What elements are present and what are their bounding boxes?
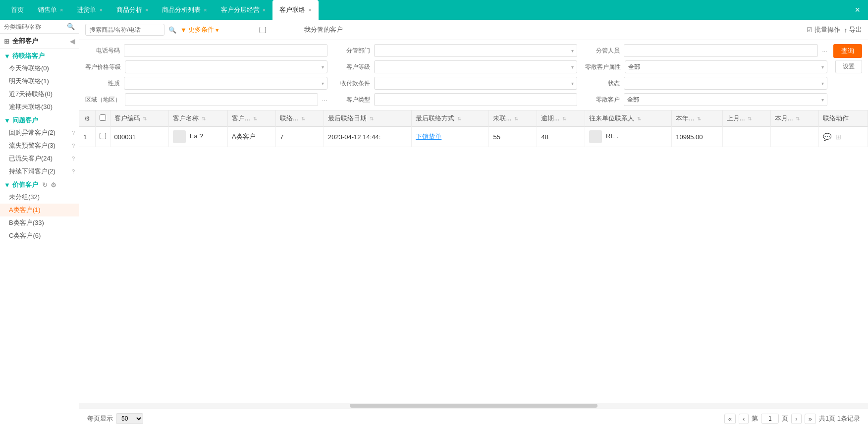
tab-analysis-list-close[interactable]: ×: [204, 7, 207, 13]
th-this-year: 本年... ⇅: [672, 110, 722, 127]
nav-tab-analysis[interactable]: 商品分析 ×: [109, 0, 155, 20]
scrollbar-thumb[interactable]: [350, 404, 597, 408]
tab-customer-mgmt-close[interactable]: ×: [263, 7, 266, 13]
price-grade-select[interactable]: ▾: [125, 60, 327, 73]
settings-button[interactable]: 设置: [835, 60, 862, 73]
sidebar-group-pending[interactable]: ▼ 待联络客户: [0, 49, 79, 62]
page-label: 第: [752, 414, 758, 423]
sidebar-item-a-class[interactable]: A类客户(1): [0, 204, 79, 216]
prev-page-btn[interactable]: ‹: [739, 414, 749, 424]
row-type: A类客户: [232, 133, 256, 140]
select-all-checkbox[interactable]: [100, 114, 106, 121]
sidebar-item-churned[interactable]: 已流失客户(24) ?: [0, 152, 79, 165]
sidebar-item-today[interactable]: 今天待联络(0): [0, 62, 79, 75]
dept-select[interactable]: ▾: [374, 44, 578, 57]
sidebar-all-customers[interactable]: ⊞ 全部客户 ◀: [0, 34, 79, 49]
sidebar-item-churn-warning[interactable]: 流失预警客户(3) ?: [0, 139, 79, 152]
td-contact-person: RE .: [585, 127, 672, 147]
td-last-date: 2023-04-12 14:44:: [324, 127, 412, 147]
sidebar-item-b-class[interactable]: B类客户(33): [0, 216, 79, 229]
sidebar-group-value[interactable]: ▼ 价值客户 ↻ ⚙: [0, 178, 79, 191]
next-page-btn[interactable]: ›: [791, 414, 801, 424]
sidebar-item-7days[interactable]: 近7天待联络(0): [0, 88, 79, 101]
query-button[interactable]: 查询: [833, 44, 862, 58]
tab-analysis-list-label: 商品分析列表: [162, 5, 201, 14]
retail-select[interactable]: 全部 ▾: [624, 93, 827, 106]
tab-purchase-close[interactable]: ×: [99, 7, 102, 13]
tab-analysis-close[interactable]: ×: [145, 7, 148, 13]
nav-tab-customer-contact[interactable]: 客户联络 ×: [272, 0, 318, 20]
nav-tab-customer-mgmt[interactable]: 客户分层经营 ×: [214, 0, 272, 20]
page-size-select[interactable]: 50 100 200: [116, 413, 143, 424]
row-no-contact: 55: [493, 133, 500, 141]
churn-warning-label: 流失预警客户(3): [9, 141, 55, 150]
nature-arrow: ▾: [322, 81, 324, 86]
customer-grade-select[interactable]: ▾: [374, 60, 578, 73]
region-input[interactable]: [125, 93, 318, 106]
phone-input[interactable]: [124, 44, 327, 57]
horizontal-scrollbar[interactable]: [79, 403, 868, 409]
th-this-month-sort: ⇅: [796, 116, 800, 121]
customer-type-input[interactable]: [374, 93, 578, 106]
filter-bar: 🔍 ▼ 更多条件 ▾ 我分管的客户 ☑ 批量操作 ↑ 导出: [79, 20, 868, 40]
sidebar-item-overdue[interactable]: 逾期未联络(30): [0, 101, 79, 113]
action-icons: 💬 ⊞: [823, 133, 864, 141]
nav-home[interactable]: 首页: [4, 0, 31, 20]
tab-sales-close[interactable]: ×: [60, 7, 63, 13]
nav-tab-analysis-list[interactable]: 商品分析列表 ×: [155, 0, 214, 20]
nav-tab-sales[interactable]: 销售单 ×: [31, 0, 70, 20]
batch-btn[interactable]: ☑ 批量操作: [807, 25, 840, 34]
td-name: Ea ?: [169, 127, 228, 147]
status-select[interactable]: ▾: [624, 77, 827, 90]
more-filter-btn[interactable]: ▼ 更多条件 ▾: [180, 25, 219, 34]
my-customers-check[interactable]: [223, 27, 302, 33]
window-close-button[interactable]: ×: [851, 5, 864, 15]
th-last-method-label: 最后联络方式: [416, 114, 454, 122]
price-grade-arrow: ▾: [322, 64, 324, 70]
price-grade-label: 客户价格等级: [85, 63, 121, 71]
region-dots[interactable]: ···: [322, 96, 327, 104]
row-contact-count: 7: [280, 133, 283, 141]
th-last-month-sort: ⇅: [748, 116, 752, 121]
all-customers-label: 全部客户: [12, 37, 38, 46]
payment-label: 收付款条件: [335, 79, 370, 88]
sidebar-item-c-class[interactable]: C类客户(6): [0, 229, 79, 242]
nature-select[interactable]: ▾: [124, 77, 327, 90]
person-input[interactable]: [624, 44, 818, 57]
sidebar-search-input[interactable]: [4, 23, 65, 30]
export-btn[interactable]: ↑ 导出: [844, 25, 863, 34]
retail-attr-select[interactable]: 全部 ▾: [625, 60, 827, 73]
sidebar-item-tomorrow[interactable]: 明天待联络(1): [0, 75, 79, 88]
row-num: 1: [83, 133, 87, 141]
my-customers-checkbox[interactable]: 我分管的客户: [223, 25, 343, 34]
page-number-input[interactable]: [761, 414, 779, 424]
region-label: 区域（地区）: [85, 96, 121, 104]
first-page-btn[interactable]: «: [724, 414, 736, 424]
more-filter-label: 更多条件: [188, 25, 214, 34]
toolbar-right: ☑ 批量操作 ↑ 导出: [807, 25, 863, 34]
search-input[interactable]: [85, 24, 164, 36]
gear-icon[interactable]: ⚙: [84, 115, 90, 122]
th-checkbox: [95, 110, 110, 127]
tab-customer-contact-close[interactable]: ×: [308, 7, 311, 13]
status-arrow: ▾: [821, 81, 824, 86]
grid-action-icon[interactable]: ⊞: [835, 133, 841, 141]
sidebar-group-problem[interactable]: ▼ 问题客户: [0, 113, 79, 126]
nav-tab-purchase[interactable]: 进货单 ×: [70, 0, 109, 20]
payment-select[interactable]: ▾: [374, 77, 578, 90]
filter-row-status: 状态 ▾: [585, 77, 827, 90]
content-area: 🔍 ▼ 更多条件 ▾ 我分管的客户 ☑ 批量操作 ↑ 导出: [79, 20, 868, 428]
sidebar-item-repurchase-abnormal[interactable]: 回购异常客户(2) ?: [0, 126, 79, 139]
last-page-btn[interactable]: »: [805, 414, 816, 424]
refresh-icon[interactable]: ↻: [42, 181, 48, 189]
sidebar-item-unclassified[interactable]: 未分组(32): [0, 191, 79, 204]
row-last-method[interactable]: 下销货单: [416, 133, 441, 140]
retail-label: 零散客户: [585, 96, 620, 104]
person-dots[interactable]: ···: [822, 47, 827, 54]
chat-action-icon[interactable]: 💬: [823, 133, 831, 141]
today-label: 今天待联络(0): [9, 64, 49, 73]
row-checkbox[interactable]: [100, 133, 106, 139]
settings-icon-sidebar[interactable]: ⚙: [51, 181, 56, 189]
page-size-label: 每页显示: [87, 414, 113, 423]
sidebar-item-declining[interactable]: 持续下滑客户(2) ?: [0, 165, 79, 178]
